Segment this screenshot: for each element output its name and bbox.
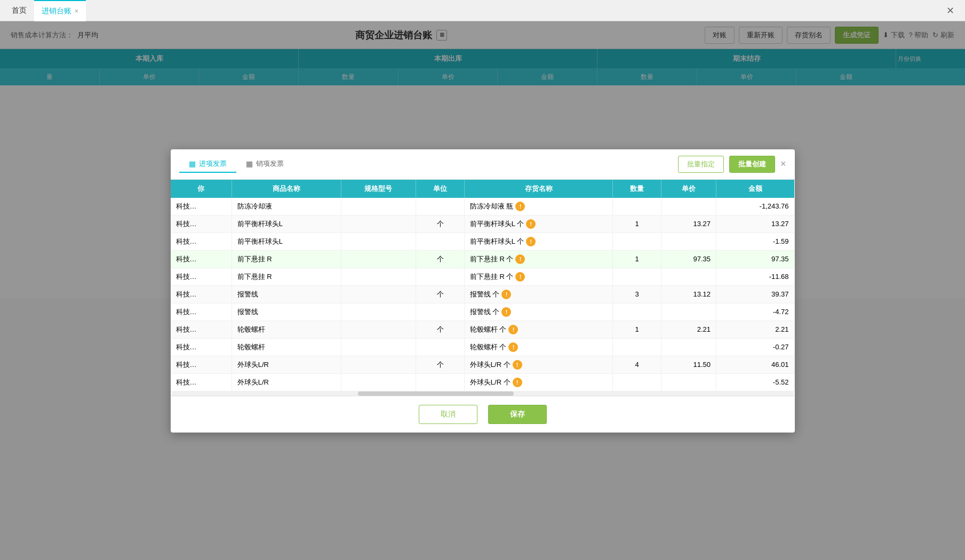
col-inventory-name: 存货名称 [464, 180, 612, 198]
col-product-name: 商品名称 [232, 180, 341, 198]
cell-product-name: 前平衡杆球头L [232, 233, 341, 250]
cell-unit-price: 13.27 [661, 215, 716, 233]
cell-unit [416, 268, 465, 285]
cell-unit-price [661, 303, 716, 321]
cell-unit-price [661, 233, 716, 250]
warning-icon: ! [515, 272, 525, 282]
table-header-row: 你 商品名称 规格型号 单位 存货名称 数量 单价 金额 [171, 180, 795, 198]
cell-quantity [613, 373, 661, 391]
cell-supplier: 科技… [171, 285, 232, 303]
warning-icon: ! [513, 360, 522, 370]
cell-amount: 46.01 [716, 356, 794, 373]
modal-table: 你 商品名称 规格型号 单位 存货名称 数量 单价 金额 科技…防冻冷却液 防冻… [171, 180, 795, 391]
cell-unit-price: 2.21 [661, 321, 716, 338]
cell-product-name: 报警线 [232, 303, 341, 321]
cell-quantity: 3 [613, 285, 661, 303]
col-spec: 规格型号 [341, 180, 416, 198]
cell-spec [341, 303, 416, 321]
jinxiang-tab-icon: ▦ [189, 159, 196, 168]
inventory-name-text: 轮毂螺杆 个 [470, 342, 507, 352]
tab-home-label: 首页 [12, 6, 27, 15]
modal-table-container: 你 商品名称 规格型号 单位 存货名称 数量 单价 金额 科技…防冻冷却液 防冻… [171, 180, 795, 391]
tab-xiaoxiang[interactable]: ▦ 销项发票 [236, 156, 293, 173]
inventory-name-text: 轮毂螺杆 个 [470, 325, 507, 334]
cell-unit-price: 13.12 [661, 285, 716, 303]
cell-supplier: 科技… [171, 250, 232, 268]
cell-quantity [613, 303, 661, 321]
warning-icon: ! [501, 290, 511, 299]
cell-inventory-name: 前平衡杆球头L 个 ! [464, 215, 612, 233]
cell-product-name: 前下悬挂 R [232, 268, 341, 285]
modal-close-button[interactable]: × [780, 158, 786, 170]
cell-inventory-name: 外球头L/R 个 ! [464, 373, 612, 391]
cell-unit: 个 [416, 321, 465, 338]
warning-icon: ! [508, 325, 518, 334]
inventory-name-text: 前平衡杆球头L 个 [470, 219, 524, 229]
tab-ledger[interactable]: 进销台账 × [34, 0, 86, 21]
cancel-button[interactable]: 取消 [419, 405, 477, 424]
cell-supplier: 科技… [171, 215, 232, 233]
cell-quantity: 1 [613, 321, 661, 338]
modal-scroll-bar[interactable] [172, 391, 794, 396]
warning-icon: ! [526, 219, 536, 229]
tab-bar: 首页 进销台账 × ✕ [0, 0, 965, 21]
window-close-button[interactable]: ✕ [940, 5, 961, 17]
cell-unit [416, 338, 465, 356]
cell-amount: 39.37 [716, 285, 794, 303]
cell-inventory-name: 防冻冷却液 瓶 ! [464, 198, 612, 215]
warning-icon: ! [526, 237, 536, 246]
cell-supplier: 科技… [171, 338, 232, 356]
cell-spec [341, 356, 416, 373]
cell-quantity: 4 [613, 356, 661, 373]
table-row: 科技…前平衡杆球头L 前平衡杆球头L 个 ! -1.59 [171, 233, 795, 250]
cell-supplier: 科技… [171, 321, 232, 338]
cell-inventory-name: 报警线 个 ! [464, 303, 612, 321]
inventory-name-text: 外球头L/R 个 [470, 378, 511, 387]
cell-amount: -4.72 [716, 303, 794, 321]
table-row: 科技…轮毂螺杆 轮毂螺杆 个 ! -0.27 [171, 338, 795, 356]
batch-assign-button[interactable]: 批量指定 [678, 156, 724, 173]
modal-overlay: ▦ 进项发票 ▦ 销项发票 批量指定 批量创建 × [0, 21, 965, 560]
cell-inventory-name: 前平衡杆球头L 个 ! [464, 233, 612, 250]
table-row: 科技…报警线 报警线 个 ! -4.72 [171, 303, 795, 321]
cell-spec [341, 215, 416, 233]
cell-supplier: 科技… [171, 198, 232, 215]
inventory-name-text: 防冻冷却液 瓶 [470, 202, 514, 211]
cell-quantity: 1 [613, 250, 661, 268]
inventory-name-text: 外球头L/R 个 [470, 360, 511, 370]
cell-spec [341, 233, 416, 250]
cell-amount: 13.27 [716, 215, 794, 233]
warning-icon: ! [515, 254, 525, 264]
warning-icon: ! [515, 202, 525, 211]
batch-create-button[interactable]: 批量创建 [729, 156, 775, 173]
cell-spec [341, 321, 416, 338]
cell-spec [341, 373, 416, 391]
cell-product-name: 外球头L/R [232, 356, 341, 373]
cell-unit-price [661, 198, 716, 215]
warning-icon: ! [501, 307, 511, 317]
cell-quantity [613, 268, 661, 285]
tab-bar-right: ✕ [940, 5, 961, 17]
cell-product-name: 外球头L/R [232, 373, 341, 391]
table-row: 科技…前下悬挂 R个 前下悬挂 R 个 ! 197.3597.35 [171, 250, 795, 268]
cell-inventory-name: 报警线 个 ! [464, 285, 612, 303]
cell-unit: 个 [416, 250, 465, 268]
cell-inventory-name: 轮毂螺杆 个 ! [464, 338, 612, 356]
table-row: 科技…轮毂螺杆个 轮毂螺杆 个 ! 12.212.21 [171, 321, 795, 338]
cell-product-name: 报警线 [232, 285, 341, 303]
tab-home[interactable]: 首页 [4, 0, 34, 21]
cell-amount: 97.35 [716, 250, 794, 268]
col-unit-price: 单价 [661, 180, 716, 198]
table-row: 科技…报警线个 报警线 个 ! 313.1239.37 [171, 285, 795, 303]
cell-supplier: 科技… [171, 268, 232, 285]
tab-jinxiang[interactable]: ▦ 进项发票 [179, 156, 236, 173]
tab-ledger-close[interactable]: × [75, 7, 78, 15]
cell-spec [341, 250, 416, 268]
save-button[interactable]: 保存 [488, 405, 547, 424]
cell-supplier: 科技… [171, 373, 232, 391]
cell-spec [341, 198, 416, 215]
cell-amount: 2.21 [716, 321, 794, 338]
table-row: 科技…外球头L/R个 外球头L/R 个 ! 411.5046.01 [171, 356, 795, 373]
cell-quantity [613, 233, 661, 250]
cell-product-name: 防冻冷却液 [232, 198, 341, 215]
